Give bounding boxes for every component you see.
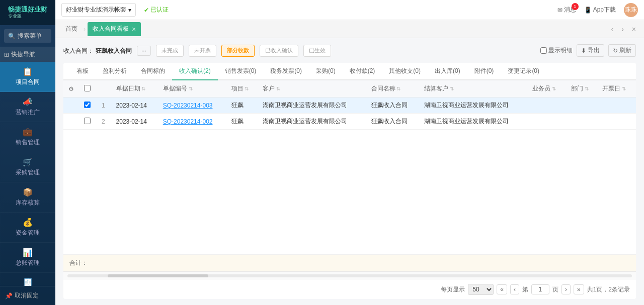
col-settings[interactable]: ⚙ <box>63 80 79 97</box>
status-confirmed: 已收入确认 <box>260 45 298 57</box>
page-input[interactable] <box>531 284 549 294</box>
tab-purchase[interactable]: 采购(0) <box>309 63 343 80</box>
message-button[interactable]: ✉ 消息 1 <box>557 6 576 14</box>
scrollbar-thumb[interactable] <box>108 274 208 277</box>
tab-overview[interactable]: 看板 <box>69 63 96 80</box>
search-menu-button[interactable]: 🔍 搜索菜单 <box>4 29 51 43</box>
sidebar-item-project[interactable]: 📋 项目合同 <box>0 62 55 92</box>
page-suffix: 页 <box>552 285 558 294</box>
tab-close-all-button[interactable]: × <box>630 24 638 34</box>
sidebar-item-fund[interactable]: 💰 资金管理 <box>0 213 55 243</box>
tab-change-log[interactable]: 变更记录(0) <box>501 63 546 80</box>
table-row[interactable]: 1 2023-02-14 SQ-20230214-003 狂飙 湖南卫视商业运营… <box>63 97 636 114</box>
tab-attachment[interactable]: 附件(0) <box>467 63 501 80</box>
sidebar-item-invoice[interactable]: 🧾 发票管理 <box>0 273 55 286</box>
invoice-icon: 🧾 <box>23 278 33 286</box>
tab-other-income[interactable]: 其他收支(0) <box>382 63 428 80</box>
sidebar-item-purchase[interactable]: 🛒 采购管理 <box>0 152 55 182</box>
row-bill-no[interactable]: SQ-20230214-003 <box>158 97 226 114</box>
tab-next-button[interactable]: › <box>619 24 626 34</box>
show-detail-toggle[interactable]: 显示明细 <box>540 46 573 55</box>
tab-close-button[interactable]: × <box>132 26 136 33</box>
show-detail-checkbox[interactable] <box>540 47 547 54</box>
tab-payment[interactable]: 收付款(2) <box>343 63 382 80</box>
quick-nav-button[interactable]: ⊞ 快捷导航 <box>0 47 55 62</box>
row-customer: 湖南卫视商业运营发展有限公司 <box>258 114 366 130</box>
export-button[interactable]: ⬇ 导出 <box>577 44 604 57</box>
per-page-label: 每页显示 <box>441 285 465 294</box>
tab-warehouse[interactable]: 出入库(0) <box>428 63 467 80</box>
sidebar-logo-text: 畅捷通好业财 <box>8 6 47 14</box>
unpin-button[interactable]: 📌 取消固定 <box>3 289 52 302</box>
col-bill-no[interactable]: 单据编号 <box>158 80 226 97</box>
col-bill-date2[interactable]: 开票日 <box>597 80 636 97</box>
download-icon: 📱 <box>584 7 592 14</box>
tab-home[interactable]: 首页 <box>61 25 82 33</box>
row-project: 狂飙 <box>226 97 258 114</box>
row-bill-date2 <box>597 114 636 130</box>
col-customer[interactable]: 客户 <box>258 80 366 97</box>
tab-prev-button[interactable]: ‹ <box>609 24 615 34</box>
contract-header: 收入合同： 狂飙收入合同 ··· 未完成 未开票 部分收款 已收入确认 已生效 … <box>63 44 636 57</box>
project-icon: 📋 <box>23 67 33 76</box>
message-badge: 1 <box>572 3 579 10</box>
refresh-button[interactable]: ↻ 刷新 <box>608 44 636 57</box>
summary-label: 合计： <box>69 259 88 267</box>
pin-icon: 📌 <box>5 292 13 299</box>
table-row[interactable]: 2 2023-02-14 SQ-20230214-002 狂飙 湖南卫视商业运营… <box>63 114 636 130</box>
tab-contract-standard[interactable]: 合同标的 <box>134 63 172 80</box>
content-area: 收入合同： 狂飙收入合同 ··· 未完成 未开票 部分收款 已收入确认 已生效 … <box>55 38 644 305</box>
prev-page-button[interactable]: ‹ <box>510 284 519 294</box>
select-all-checkbox[interactable] <box>84 85 91 91</box>
main-area: 好业财专业版演示帐套 ▾ ✔ 已认证 ✉ 消息 1 📱 App下载 珠珠 首页 … <box>55 0 644 305</box>
sidebar-search-area: 🔍 搜索菜单 <box>0 25 55 47</box>
tabbar: 首页 › 收入合同看板 × ‹ › × <box>55 20 644 38</box>
sidebar-item-marketing[interactable]: 📣 营销推广 <box>0 92 55 122</box>
col-bill-date[interactable]: 单据日期 <box>111 80 158 97</box>
scrollbar-row <box>63 272 636 280</box>
first-page-button[interactable]: « <box>497 284 507 294</box>
tab-tax-invoice[interactable]: 税务发票(0) <box>263 63 309 80</box>
more-options-button[interactable]: ··· <box>137 46 151 56</box>
avatar[interactable]: 珠珠 <box>624 3 638 17</box>
tab-sales-invoice[interactable]: 销售发票(0) <box>218 63 264 80</box>
refresh-icon: ↻ <box>613 47 618 54</box>
purchase-icon: 🛒 <box>23 157 33 167</box>
next-page-button[interactable]: › <box>561 284 571 294</box>
inventory-icon: 📦 <box>23 187 33 197</box>
app-download-button[interactable]: 📱 App下载 <box>584 6 616 14</box>
sidebar-item-label: 销售管理 <box>16 138 40 147</box>
sidebar-item-sales[interactable]: 💼 销售管理 <box>0 122 55 152</box>
row-bill-date2 <box>597 97 636 114</box>
tab-profit[interactable]: 盈利分析 <box>96 63 134 80</box>
check-icon: ✔ <box>144 7 149 14</box>
row-contract-name: 狂飙收入合同 <box>366 114 419 130</box>
page-prefix: 第 <box>522 285 528 294</box>
page-info: 共1页，2条记录 <box>587 285 630 294</box>
row-bill-no[interactable]: SQ-20230214-002 <box>158 114 226 130</box>
status-effective: 已生效 <box>303 45 331 57</box>
sales-icon: 💼 <box>23 127 33 137</box>
table-wrapper[interactable]: ⚙ 单据日期 单据编号 项目 客户 合同名称 结算客户 业务员 部门 开票日 <box>63 80 636 254</box>
col-contract-name[interactable]: 合同名称 <box>366 80 419 97</box>
company-selector[interactable]: 好业财专业版演示帐套 ▾ <box>61 3 136 17</box>
col-salesperson[interactable]: 业务员 <box>527 80 566 97</box>
col-end-customer[interactable]: 结算客户 <box>419 80 527 97</box>
sidebar-bottom: 📌 取消固定 <box>0 286 55 305</box>
row-checkbox[interactable] <box>79 114 96 130</box>
sidebar-item-label: 项目合同 <box>16 78 40 86</box>
header-actions: 显示明细 ⬇ 导出 ↻ 刷新 <box>540 44 636 57</box>
col-department[interactable]: 部门 <box>566 80 598 97</box>
tab-income-confirm[interactable]: 收入确认(2) <box>172 63 218 80</box>
row-checkbox[interactable] <box>79 97 96 114</box>
per-page-select[interactable]: 50 100 200 <box>468 284 494 295</box>
sidebar-item-inventory[interactable]: 📦 库存核算 <box>0 182 55 213</box>
tab-income-contract[interactable]: 收入合同看板 × <box>88 22 141 36</box>
last-page-button[interactable]: » <box>574 284 584 294</box>
row-bill-date: 2023-02-14 <box>111 97 158 114</box>
status-partial-payment: 部分收款 <box>221 45 255 57</box>
sidebar-item-general[interactable]: 📊 总账管理 <box>0 243 55 273</box>
company-name: 好业财专业版演示帐套 <box>66 6 126 14</box>
row-end-customer: 湖南卫视商业运营发展有限公司 <box>419 114 527 130</box>
col-project[interactable]: 项目 <box>226 80 258 97</box>
